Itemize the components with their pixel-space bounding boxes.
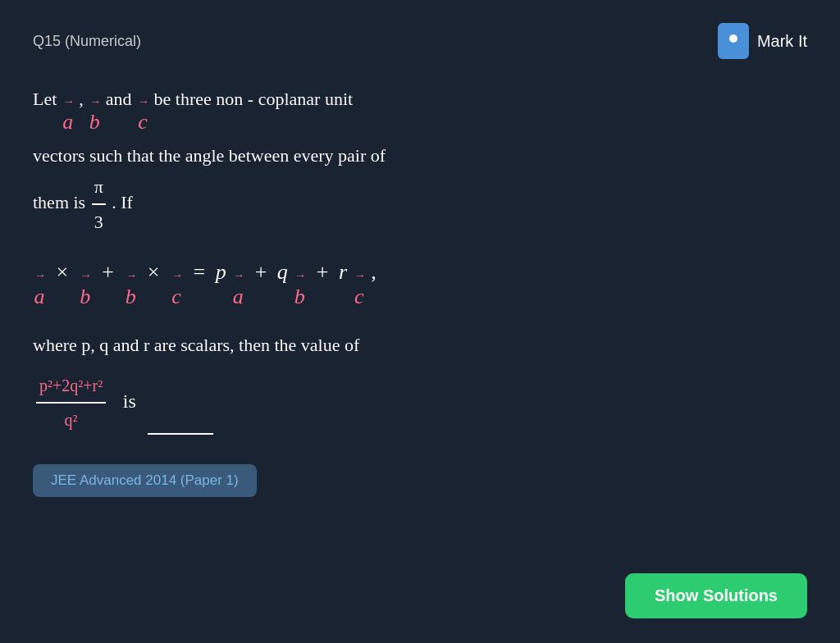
question-content: Let → a , → b and → c be three non - cop… (0, 75, 840, 546)
show-solutions-label: Show Solutions (655, 586, 778, 604)
pi-fraction: π 3 (92, 171, 106, 238)
fraction-expression: p²+2q²+r² q² is (33, 371, 807, 435)
intro-let: Let (33, 89, 62, 109)
answer-blank (148, 433, 213, 435)
mark-it-label: Mark It (757, 32, 807, 51)
source-tag: JEE Advanced 2014 (Paper 1) (33, 448, 807, 522)
scalar-p: p (216, 260, 226, 284)
main-equation: → a × → b + → b × → c = p → a + q → b + … (33, 253, 807, 317)
is-text: is (123, 390, 141, 412)
source-tag-text: JEE Advanced 2014 (Paper 1) (33, 464, 257, 497)
fraction-denominator: q² (62, 404, 81, 435)
comma-1: , (79, 89, 88, 109)
scalar-q: q (277, 260, 288, 284)
eq-vec-c: → c (170, 270, 183, 317)
eq-rhs-c: → c (353, 270, 366, 317)
fraction-numerator: p²+2q²+r² (36, 371, 106, 404)
intro-be: be three non - coplanar unit (154, 89, 354, 109)
show-solutions-button[interactable]: Show Solutions (625, 573, 807, 618)
comma-end: , (371, 260, 377, 284)
vector-c: → c (136, 96, 149, 140)
intro-vectors: vectors such that the angle between ever… (33, 145, 386, 166)
eq-rhs-b: → b (293, 270, 306, 317)
scalar-r: r (339, 260, 347, 284)
intro-them: them is (33, 192, 90, 212)
vector-a: → a (62, 96, 75, 140)
main-fraction: p²+2q²+r² q² (36, 371, 106, 435)
intro-if: . If (112, 192, 133, 212)
eq-rhs-a: → a (231, 270, 244, 317)
mark-it-button[interactable]: Mark It (718, 23, 807, 59)
vector-b: → b (88, 96, 101, 140)
eq-vec-b1: → b (79, 270, 92, 317)
where-label: where p, q and r are scalars, then the v… (33, 335, 359, 355)
eq-vec-b2: → b (124, 270, 137, 317)
bookmark-icon (718, 23, 749, 59)
eq-vec-a: → a (33, 270, 46, 317)
question-intro: Let → a , → b and → c be three non - cop… (33, 84, 807, 237)
question-label: Q15 (Numerical) (33, 33, 141, 50)
where-text: where p, q and r are scalars, then the v… (33, 330, 807, 360)
and-text: and (106, 89, 136, 109)
